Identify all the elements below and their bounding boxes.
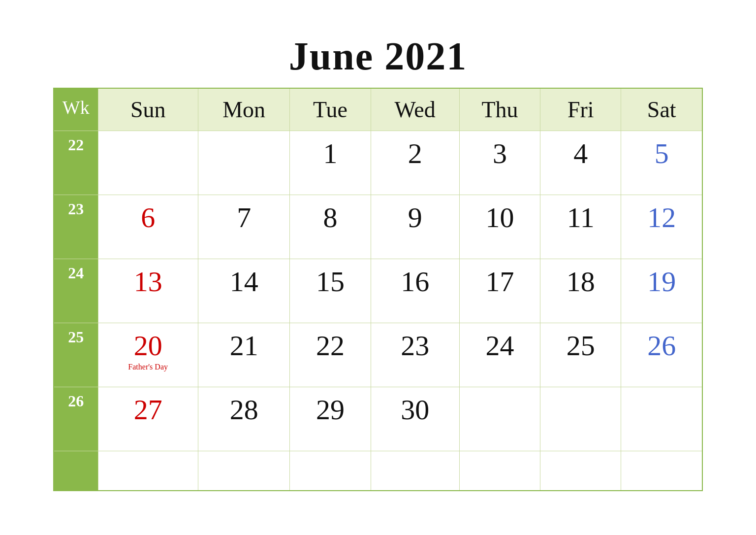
day-number: 26 — [630, 330, 693, 362]
day-number: 16 — [380, 266, 450, 298]
day-cell: 29 — [290, 387, 371, 451]
day-cell: 12 — [621, 195, 702, 259]
day-number: 30 — [380, 394, 450, 426]
day-cell: 27 — [98, 387, 198, 451]
day-number: 7 — [207, 202, 281, 234]
day-cell: 2 — [371, 131, 459, 195]
day-cell: 9 — [371, 195, 459, 259]
week-number: 22 — [54, 131, 98, 195]
day-number: 19 — [630, 266, 693, 298]
day-cell: 11 — [540, 195, 621, 259]
empty-day-cell — [371, 451, 459, 491]
day-cell: 13 — [98, 259, 198, 323]
day-number: 23 — [380, 330, 450, 362]
day-number: 24 — [469, 330, 531, 362]
day-number: 10 — [469, 202, 531, 234]
day-number: 12 — [630, 202, 693, 234]
day-cell — [540, 387, 621, 451]
empty-day-cell — [621, 451, 702, 491]
extra-wk-cell — [54, 451, 98, 491]
extra-row — [54, 451, 702, 491]
day-number: 20 — [107, 330, 189, 362]
tue-header: Tue — [290, 88, 371, 131]
day-cell: 5 — [621, 131, 702, 195]
day-cell: 23 — [371, 323, 459, 387]
week-number: 23 — [54, 195, 98, 259]
empty-day-cell — [198, 451, 290, 491]
thu-header: Thu — [459, 88, 540, 131]
header-row: Wk Sun Mon Tue Wed Thu Fri Sat — [54, 88, 702, 131]
day-event-label: Father's Day — [107, 363, 189, 371]
day-number: 1 — [299, 138, 361, 169]
day-cell: 17 — [459, 259, 540, 323]
day-number: 25 — [549, 330, 612, 362]
week-row: 2413141516171819 — [54, 259, 702, 323]
day-cell — [98, 131, 198, 195]
day-cell: 4 — [540, 131, 621, 195]
day-cell: 28 — [198, 387, 290, 451]
calendar-table: Wk Sun Mon Tue Wed Thu Fri Sat 221234523… — [53, 88, 703, 491]
day-cell: 1 — [290, 131, 371, 195]
mon-header: Mon — [198, 88, 290, 131]
day-cell: 19 — [621, 259, 702, 323]
day-cell: 26 — [621, 323, 702, 387]
day-cell — [198, 131, 290, 195]
day-cell: 8 — [290, 195, 371, 259]
fri-header: Fri — [540, 88, 621, 131]
day-cell: 22 — [290, 323, 371, 387]
week-row: 2520Father's Day212223242526 — [54, 323, 702, 387]
sat-header: Sat — [621, 88, 702, 131]
day-cell — [621, 387, 702, 451]
day-number: 8 — [299, 202, 361, 234]
day-number: 15 — [299, 266, 361, 298]
day-cell — [459, 387, 540, 451]
day-number: 6 — [107, 202, 189, 234]
day-cell: 14 — [198, 259, 290, 323]
empty-day-cell — [540, 451, 621, 491]
day-number: 27 — [107, 394, 189, 426]
day-cell: 24 — [459, 323, 540, 387]
day-cell: 6 — [98, 195, 198, 259]
week-number: 26 — [54, 387, 98, 451]
day-cell: 18 — [540, 259, 621, 323]
day-number: 21 — [207, 330, 281, 362]
day-number: 4 — [549, 138, 612, 169]
day-cell: 20Father's Day — [98, 323, 198, 387]
week-row: 236789101112 — [54, 195, 702, 259]
day-cell: 25 — [540, 323, 621, 387]
day-number: 2 — [380, 138, 450, 169]
empty-day-cell — [98, 451, 198, 491]
day-cell: 21 — [198, 323, 290, 387]
empty-day-cell — [290, 451, 371, 491]
wed-header: Wed — [371, 88, 459, 131]
day-cell: 10 — [459, 195, 540, 259]
day-number: 14 — [207, 266, 281, 298]
calendar-title: June 2021 — [53, 34, 703, 79]
day-number: 18 — [549, 266, 612, 298]
day-cell: 30 — [371, 387, 459, 451]
day-number: 22 — [299, 330, 361, 362]
day-cell: 3 — [459, 131, 540, 195]
sun-header: Sun — [98, 88, 198, 131]
day-number: 3 — [469, 138, 531, 169]
week-row: 2627282930 — [54, 387, 702, 451]
wk-header: Wk — [54, 88, 98, 131]
day-number: 13 — [107, 266, 189, 298]
day-cell: 7 — [198, 195, 290, 259]
day-number: 29 — [299, 394, 361, 426]
day-cell: 15 — [290, 259, 371, 323]
week-number: 24 — [54, 259, 98, 323]
week-row: 2212345 — [54, 131, 702, 195]
day-number: 5 — [630, 138, 693, 169]
calendar-body: 221234523678910111224131415161718192520F… — [54, 131, 702, 491]
day-number: 11 — [549, 202, 612, 234]
day-number: 9 — [380, 202, 450, 234]
day-number: 17 — [469, 266, 531, 298]
empty-day-cell — [459, 451, 540, 491]
day-cell: 16 — [371, 259, 459, 323]
week-number: 25 — [54, 323, 98, 387]
day-number: 28 — [207, 394, 281, 426]
calendar-container: June 2021 Wk Sun Mon Tue Wed Thu Fri Sat… — [38, 24, 718, 511]
